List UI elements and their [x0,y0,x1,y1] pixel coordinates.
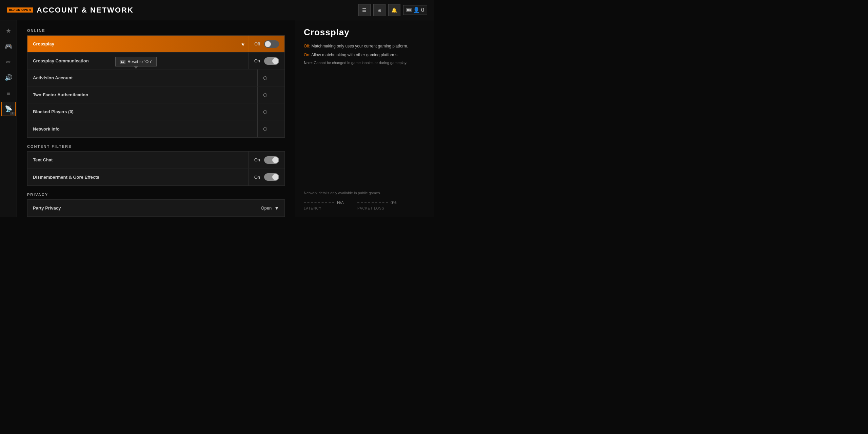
friend-request-row[interactable]: Friend Request Open ▼ [27,217,284,217]
right-panel: Crossplay Off: Matchmaking only uses you… [295,20,434,217]
packet-loss-dashed-line [357,202,388,203]
main-content: ONLINE Crossplay ★ Off Crossplay Communi… [17,20,295,217]
friend-request-value[interactable]: Open ▼ [255,217,284,217]
packet-loss-label: PACKET LOSS [357,206,396,210]
sidebar-item-network[interactable]: 📡 L2 [1,102,16,116]
crossplay-value[interactable]: Off [249,36,284,52]
text-chat-label: Text Chat [27,157,249,162]
privacy-section-label: PRIVACY [27,193,285,197]
blocked-players-label: Blocked Players (0) [27,109,257,114]
profile-area[interactable]: R3 👤 0 [403,5,427,15]
two-factor-auth-row[interactable]: Two-Factor Authentication ⬡ [27,86,284,103]
crossplay-communication-toggle-thumb [272,58,278,64]
tooltip-arrow [134,66,138,69]
network-info-label: Network Info [27,126,257,132]
party-privacy-label: Party Privacy [27,205,255,211]
network-icon: 📡 [5,105,12,113]
activision-account-value[interactable]: ⬡ [257,70,284,86]
text-chat-toggle[interactable] [264,156,279,164]
activision-account-row[interactable]: Activision Account ⬡ [27,70,284,86]
text-chat-toggle-thumb [272,157,278,163]
blocked-players-row[interactable]: Blocked Players (0) ⬡ [27,103,284,120]
sidebar-item-favorites[interactable]: ★ [1,24,16,38]
l3-badge: L3 [120,60,125,64]
content-filters-section-label: CONTENT FILTERS [27,144,285,149]
right-panel-desc-on: On: Allow matchmaking with other gaming … [304,52,426,58]
crossplay-toggle[interactable] [264,40,279,48]
menu-icon-button[interactable]: ☰ [358,4,371,16]
text-chat-value[interactable]: On [249,152,284,168]
external-link-icon-2: ⬡ [263,92,267,98]
controller-icon: 🎮 [5,43,12,50]
text-chat-value-text: On [254,157,260,162]
party-privacy-row[interactable]: Party Privacy Open ▼ [27,200,284,217]
party-privacy-dropdown[interactable]: Open ▼ [261,205,279,211]
on-desc-text: Allow matchmaking with other gaming plat… [311,53,398,57]
content-filters-settings-list: Text Chat On Dismemberment & Gore Effect… [27,151,285,186]
person-icon: 👤 [413,7,420,13]
text-chat-row[interactable]: Text Chat On [27,152,284,169]
packet-loss-stat: 0% PACKET LOSS [357,200,396,210]
header: BLACK OPS 6 ACCOUNT & NETWORK ☰ ⊞ 🔔 R3 👤… [0,0,434,20]
latency-dashed-line [304,202,334,203]
off-desc-text: Matchmaking only uses your current gamin… [311,44,408,48]
network-stats-area: Network details only available in public… [304,191,426,210]
dismemberment-gore-toggle[interactable] [264,173,279,181]
chevron-down-icon: ▼ [274,205,279,211]
crossplay-communication-toggle[interactable] [264,57,279,65]
crossplay-star: ★ [237,41,249,47]
right-panel-title: Crossplay [304,27,426,38]
text-icon: ≡ [6,90,10,97]
packet-loss-value: 0% [391,200,396,205]
grid-icon-button[interactable]: ⊞ [373,4,386,16]
crossplay-communication-value[interactable]: On [249,53,284,69]
profile-count: 0 [421,7,424,13]
latency-value: N/A [337,200,344,205]
latency-label: LATENCY [304,206,344,210]
on-label: On: [304,53,310,57]
l2-badge: L2 [10,112,15,115]
sidebar-item-graphics[interactable]: ✏ [1,55,16,69]
crossplay-communication-value-text: On [254,58,260,63]
party-privacy-value-text: Open [261,205,272,211]
online-section-label: ONLINE [27,28,285,33]
privacy-settings-list: Party Privacy Open ▼ Friend Request Open… [27,199,285,217]
off-label: Off: [304,44,310,48]
star-icon: ★ [6,27,11,35]
speaker-icon: 🔊 [5,74,12,81]
network-stats: N/A LATENCY 0% PACKET LOSS [304,200,426,210]
latency-stat: N/A LATENCY [304,200,344,210]
note-text: Cannot be changed in game lobbies or dur… [314,61,407,65]
pencil-icon: ✏ [6,58,11,66]
two-factor-auth-value[interactable]: ⬡ [257,86,284,103]
external-link-icon-4: ⬡ [263,126,267,132]
header-icons: ☰ ⊞ 🔔 R3 👤 0 [358,4,427,16]
crossplay-toggle-thumb [265,41,271,47]
two-factor-auth-label: Two-Factor Authentication [27,92,257,97]
dismemberment-gore-label: Dismemberment & Gore Effects [27,175,249,180]
note-label: Note: [304,61,313,65]
crossplay-value-text: Off [254,41,260,46]
blocked-players-value[interactable]: ⬡ [257,103,284,120]
external-link-icon-3: ⬡ [263,109,267,115]
external-link-icon: ⬡ [263,75,267,81]
sidebar-item-controller[interactable]: 🎮 [1,39,16,54]
page-title: ACCOUNT & NETWORK [37,6,134,15]
network-hint: Network details only available in public… [304,191,426,195]
party-privacy-value[interactable]: Open ▼ [255,200,284,216]
right-panel-desc-off: Off: Matchmaking only uses your current … [304,43,426,49]
dismemberment-gore-value-text: On [254,175,260,180]
tooltip-text: Reset to "On" [127,59,152,64]
latency-line: N/A [304,200,344,205]
bell-icon-button[interactable]: 🔔 [388,4,400,16]
right-panel-note: Note: Cannot be changed in game lobbies … [304,61,426,65]
sidebar-item-audio[interactable]: 🔊 [1,71,16,85]
sidebar-item-text[interactable]: ≡ [1,86,16,100]
dismemberment-gore-row[interactable]: Dismemberment & Gore Effects On [27,169,284,185]
logo-area: BLACK OPS 6 ACCOUNT & NETWORK [7,6,134,15]
network-info-row[interactable]: Network Info ⬡ [27,120,284,137]
crossplay-row[interactable]: Crossplay ★ Off [27,36,284,53]
dismemberment-gore-value[interactable]: On [249,169,284,185]
network-info-value[interactable]: ⬡ [257,120,284,137]
reset-tooltip: L3 Reset to "On" [115,57,157,66]
